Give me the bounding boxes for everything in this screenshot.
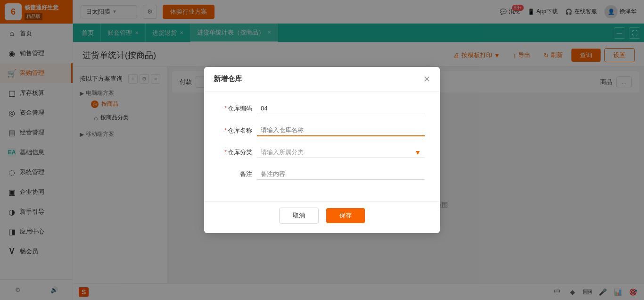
modal-overlay[interactable]: 新增仓库 ✕ 仓库编码 仓库名称 仓库分类 请输入所属分类 ▼ bbox=[0, 0, 644, 300]
dialog-footer: 取消 保存 bbox=[204, 201, 440, 233]
name-label: 仓库名称 bbox=[219, 126, 257, 135]
form-item-category: 仓库分类 请输入所属分类 ▼ bbox=[219, 147, 425, 158]
note-label: 备注 bbox=[219, 170, 257, 178]
name-input[interactable] bbox=[257, 125, 425, 136]
form-item-name: 仓库名称 bbox=[219, 125, 425, 136]
dialog-body: 仓库编码 仓库名称 仓库分类 请输入所属分类 ▼ 备注 bbox=[204, 92, 440, 201]
new-warehouse-dialog: 新增仓库 ✕ 仓库编码 仓库名称 仓库分类 请输入所属分类 ▼ bbox=[204, 67, 440, 233]
code-input[interactable] bbox=[257, 103, 425, 114]
code-label: 仓库编码 bbox=[219, 104, 257, 113]
form-item-code: 仓库编码 bbox=[219, 103, 425, 114]
dialog-header: 新增仓库 ✕ bbox=[204, 67, 440, 92]
note-input[interactable] bbox=[257, 168, 425, 180]
dialog-close-btn[interactable]: ✕ bbox=[423, 75, 430, 83]
cancel-button[interactable]: 取消 bbox=[279, 208, 319, 224]
category-label: 仓库分类 bbox=[219, 148, 257, 157]
dialog-title: 新增仓库 bbox=[214, 75, 242, 83]
category-select[interactable]: 请输入所属分类 bbox=[257, 147, 425, 158]
category-select-wrapper: 请输入所属分类 ▼ bbox=[257, 147, 425, 158]
save-button[interactable]: 保存 bbox=[326, 208, 365, 223]
form-item-note: 备注 bbox=[219, 168, 425, 180]
